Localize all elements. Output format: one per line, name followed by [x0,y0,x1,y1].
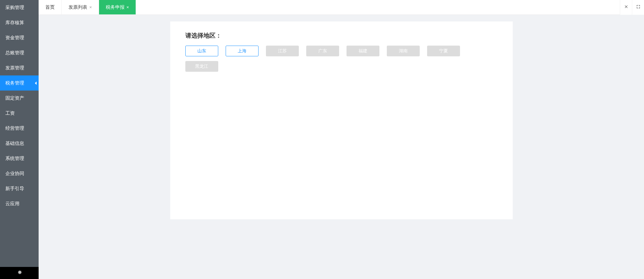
sidebar-item[interactable]: 企业协同 [0,166,39,181]
region-button[interactable]: 上海 [226,46,259,56]
region-button: 江苏 [266,46,299,56]
sidebar-item[interactable]: 税务管理 [0,75,39,91]
region-label: 山东 [197,48,206,54]
tabs-actions [620,0,644,14]
region-button: 宁夏 [427,46,460,56]
fullscreen-icon [636,4,641,10]
sidebar-item-label: 企业协同 [5,171,24,176]
sidebar-item[interactable]: 工资 [0,106,39,121]
close-icon[interactable]: × [127,5,129,9]
sidebar-item[interactable]: 系统管理 [0,151,39,166]
region-button[interactable]: 山东 [185,46,218,56]
region-grid: 山东上海江苏广东福建湖南宁夏黑龙江 [185,46,498,72]
sidebar-item-label: 总账管理 [5,50,24,55]
sidebar-item[interactable]: 云应用 [0,196,39,211]
tab[interactable]: 发票列表× [62,0,99,14]
region-label: 湖南 [399,48,408,54]
sidebar-item[interactable]: 资金管理 [0,30,39,45]
tabs: 首页发票列表×税务申报× [39,0,136,14]
region-label: 宁夏 [439,48,448,54]
region-label: 福建 [359,48,367,54]
region-label: 江苏 [278,48,287,54]
sidebar-settings-button[interactable] [0,267,39,279]
sidebar-item[interactable]: 经营管理 [0,121,39,136]
region-button: 湖南 [387,46,420,56]
tabs-bar: 首页发票列表×税务申报× [39,0,644,15]
tab-label: 发票列表 [68,4,87,10]
sidebar: 采购管理库存核算资金管理总账管理发票管理税务管理固定资产工资经营管理基础信息系统… [0,0,39,279]
tab[interactable]: 首页 [39,0,62,14]
sidebar-item[interactable]: 库存核算 [0,15,39,30]
sidebar-item[interactable]: 发票管理 [0,60,39,75]
close-icon [624,4,629,10]
region-label: 上海 [238,48,246,54]
region-button: 黑龙江 [185,61,218,72]
sidebar-item[interactable]: 基础信息 [0,136,39,151]
content-wrap: 请选择地区： 山东上海江苏广东福建湖南宁夏黑龙江 [39,15,644,279]
sidebar-item-label: 云应用 [5,201,19,206]
sidebar-item[interactable]: 采购管理 [0,0,39,15]
region-label: 广东 [318,48,327,54]
gear-icon [17,270,22,276]
region-card: 请选择地区： 山东上海江苏广东福建湖南宁夏黑龙江 [170,21,513,219]
sidebar-item-label: 发票管理 [5,65,24,70]
sidebar-item-label: 税务管理 [5,80,24,86]
sidebar-item-label: 库存核算 [5,20,24,25]
tab-label: 税务申报 [106,4,125,10]
close-all-tabs-button[interactable] [620,0,632,15]
close-icon[interactable]: × [89,5,92,9]
sidebar-item-label: 固定资产 [5,95,24,101]
sidebar-item-label: 工资 [5,110,15,116]
sidebar-items: 采购管理库存核算资金管理总账管理发票管理税务管理固定资产工资经营管理基础信息系统… [0,0,39,267]
sidebar-item[interactable]: 新手引导 [0,181,39,196]
region-button: 广东 [306,46,339,56]
main: 首页发票列表×税务申报× 请选择地区： 山东上海江苏广东福建湖南宁夏黑龙江 [39,0,644,279]
sidebar-item-label: 经营管理 [5,125,24,131]
sidebar-item[interactable]: 固定资产 [0,91,39,106]
sidebar-item-label: 新手引导 [5,186,24,191]
card-title: 请选择地区： [185,32,498,40]
region-button: 福建 [347,46,379,56]
sidebar-item-label: 采购管理 [5,5,24,10]
region-label: 黑龙江 [195,63,208,69]
tab-label: 首页 [45,4,55,10]
sidebar-item-label: 基础信息 [5,141,24,146]
fullscreen-button[interactable] [632,0,644,15]
tab[interactable]: 税务申报× [99,0,136,14]
sidebar-item-label: 系统管理 [5,156,24,161]
sidebar-item[interactable]: 总账管理 [0,45,39,60]
sidebar-item-label: 资金管理 [5,35,24,40]
